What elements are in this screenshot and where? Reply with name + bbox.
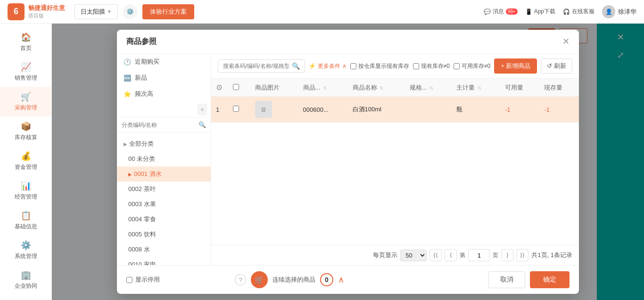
modal-title: 商品参照: [126, 37, 157, 47]
main-layout: 🏠 首页 📈 销售管理 🛒 采购管理 📦 库存核算 💰 资金管理 📊 经营管理 …: [0, 24, 644, 300]
message-icon: 💬: [484, 8, 491, 15]
sidebar-item-system[interactable]: ⚙️ 系统管理: [0, 235, 51, 265]
refresh-button[interactable]: ↺ 刷新: [541, 58, 572, 74]
category-snacks[interactable]: 0004 零食: [117, 212, 211, 227]
logo: 6 畅捷通好生意 搭目版: [8, 3, 65, 20]
category-search-input[interactable]: [122, 122, 196, 128]
filter-button[interactable]: ⚡ 更多条件 ∧: [309, 62, 347, 70]
per-page-select[interactable]: 50 100 200: [400, 250, 427, 261]
available-stock-checkbox[interactable]: [454, 63, 460, 69]
enterprise-icon: 🏢: [21, 270, 31, 280]
quick-item-new[interactable]: 🆕 新品: [117, 70, 211, 86]
row-checkbox[interactable]: [233, 106, 239, 112]
col-stock: 现存量: [539, 79, 579, 97]
category-fruit[interactable]: 0003 水果: [117, 197, 211, 212]
warehouse-stock-checkbox[interactable]: [350, 63, 356, 69]
home-icon: 🏠: [21, 32, 31, 42]
online-service-nav[interactable]: 🎧 在线客服: [563, 8, 594, 16]
category-uncategorized[interactable]: 00 未分类: [117, 151, 211, 167]
last-page-button[interactable]: ⟩⟩: [516, 249, 528, 261]
quick-item-recent[interactable]: 🕐 近期购买: [117, 54, 211, 70]
product-search-input[interactable]: [223, 63, 289, 69]
warehouse-stock-check[interactable]: 按仓库显示现有库存: [350, 62, 409, 70]
sidebar-item-finance[interactable]: 💰 资金管理: [0, 146, 51, 176]
row-available: -1: [500, 97, 539, 123]
sidebar-item-sales[interactable]: 📈 销售管理: [0, 57, 51, 87]
search-icon[interactable]: 🔍: [292, 62, 300, 70]
nav-actions: 💬 消息 99+ 📱 App下载 🎧 在线客服 👤 徐泽华: [484, 5, 636, 18]
current-stock-check[interactable]: 现有库存≠0: [413, 62, 450, 70]
logo-icon: 6: [8, 3, 25, 20]
headset-icon: 🎧: [563, 8, 570, 15]
row-code: 000600...: [298, 97, 348, 123]
sidebar-item-inventory[interactable]: 📦 库存核算: [0, 117, 51, 146]
experience-button[interactable]: 体验行业方案: [142, 4, 194, 19]
col-name[interactable]: 商品名称 ⇅: [348, 79, 405, 97]
category-drinks[interactable]: 0005 饮料: [117, 227, 211, 242]
sort-icon-unit: ⇅: [478, 85, 481, 91]
sidebar-item-operations[interactable]: 📊 经营管理: [0, 176, 51, 206]
col-unit[interactable]: 主计量 ⇅: [452, 79, 500, 97]
cart-icon[interactable]: 🛒: [251, 271, 268, 288]
sales-icon: 📈: [21, 62, 31, 72]
category-search-icon[interactable]: 🔍: [198, 121, 206, 128]
col-checkbox: [228, 79, 250, 97]
table-row[interactable]: 1 🖼 000600... 白酒100ml: [211, 97, 579, 123]
help-icon[interactable]: ?: [235, 274, 246, 285]
table-gear-icon[interactable]: ⚙: [216, 83, 223, 92]
store-dropdown[interactable]: 日太阳膜 ▼: [74, 4, 118, 19]
sidebar-item-guide[interactable]: 🎯 新手引导: [0, 295, 51, 300]
purchase-icon: 🛒: [21, 92, 31, 102]
add-product-button[interactable]: + 新增商品: [494, 58, 537, 74]
available-stock-check[interactable]: 可用库存≠0: [454, 62, 490, 70]
operations-icon: 📊: [21, 181, 31, 191]
col-settings: ⚙: [211, 79, 228, 97]
modal-close-button[interactable]: ✕: [562, 36, 570, 47]
next-page-button[interactable]: ⟩: [501, 249, 513, 261]
left-panel: 🕐 近期购买 🆕 新品 ⭐ 频次高: [117, 54, 211, 265]
sidebar-item-home[interactable]: 🏠 首页: [0, 27, 51, 57]
first-page-button[interactable]: ⟨⟨: [429, 249, 442, 261]
show-disabled-check[interactable]: 显示停用: [126, 275, 160, 284]
user-menu[interactable]: 👤 徐泽华: [602, 5, 636, 18]
sidebar-item-purchase[interactable]: 🛒 采购管理: [0, 87, 51, 117]
top-nav: 6 畅捷通好生意 搭目版 日太阳膜 ▼ ⚙️ 体验行业方案 💬 消息 99+ 📱…: [0, 0, 644, 24]
category-water[interactable]: 0008 水: [117, 242, 211, 257]
collapse-cart-icon[interactable]: ∧: [338, 275, 344, 285]
messages-nav[interactable]: 💬 消息 99+: [484, 8, 518, 16]
current-stock-checkbox[interactable]: [413, 63, 419, 69]
table-head: ⚙ 商品图片: [211, 79, 579, 97]
category-all[interactable]: ▶ 全部分类: [117, 136, 211, 151]
category-appliances[interactable]: 0010 家电: [117, 257, 211, 265]
cancel-button[interactable]: 取消: [488, 271, 525, 288]
sidebar-item-base[interactable]: 📋 基础信息: [0, 206, 51, 235]
col-code[interactable]: 商品... ⇅: [298, 79, 348, 97]
recent-icon: 🕐: [124, 58, 131, 66]
sidebar-item-enterprise[interactable]: 🏢 企业协同: [0, 265, 51, 295]
sort-icon-name: ⇅: [380, 85, 383, 91]
app-download-nav[interactable]: 📱 App下载: [525, 8, 555, 16]
category-alcohol[interactable]: ▶ 0001 酒水: [117, 167, 211, 182]
cart-area: ? 🛒 连续选择的商品 0 ∧: [235, 271, 344, 288]
footer-actions: 取消 确定: [488, 271, 570, 288]
row-index: 1: [211, 97, 228, 123]
quick-item-frequent[interactable]: ⭐ 频次高: [117, 86, 211, 102]
prev-page-button[interactable]: ⟨: [445, 249, 457, 261]
show-disabled-checkbox[interactable]: [126, 277, 132, 283]
collapse-left-button[interactable]: «: [198, 104, 207, 115]
row-name: 白酒100ml: [348, 97, 405, 123]
content-area: 查询 设置 刷新 ✕ ⤢ 商品参照 ✕: [52, 24, 644, 300]
category-tea[interactable]: 0002 茶叶: [117, 182, 211, 197]
col-spec[interactable]: 规格... ⇅: [405, 79, 452, 97]
page-number-input[interactable]: [468, 249, 490, 261]
sidebar: 🏠 首页 📈 销售管理 🛒 采购管理 📦 库存核算 💰 资金管理 📊 经营管理 …: [0, 24, 52, 300]
avatar: 👤: [602, 5, 615, 18]
table-body: 1 🖼 000600... 白酒100ml: [211, 97, 579, 123]
product-table: ⚙ 商品图片: [211, 79, 579, 123]
select-all-checkbox[interactable]: [233, 84, 239, 90]
product-search-box: 🔍: [218, 59, 305, 73]
confirm-button[interactable]: 确定: [530, 271, 570, 288]
settings-icon[interactable]: ⚙️: [123, 4, 138, 19]
finance-icon: 💰: [21, 151, 31, 161]
arrow-active-icon: ▶: [128, 172, 132, 177]
